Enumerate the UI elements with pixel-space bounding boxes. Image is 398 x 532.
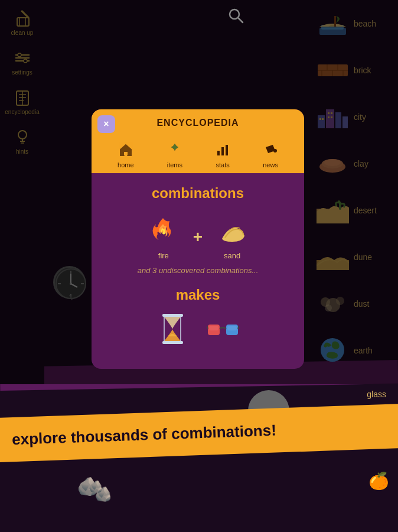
nav-home-label: home	[118, 161, 134, 168]
svg-line-73	[238, 326, 239, 329]
makes-sunglasses	[207, 313, 239, 345]
nav-news-label: news	[263, 161, 278, 168]
fire-label: fire	[158, 251, 169, 260]
news-icon	[263, 142, 278, 160]
modal-title: ENCYCLOPEDIA	[101, 118, 295, 134]
glass-label: glass	[367, 390, 386, 399]
fire-icon	[146, 213, 181, 249]
combo-sand: sand	[214, 213, 250, 260]
makes-row	[101, 313, 295, 345]
stats-icon	[216, 142, 230, 160]
modal-header: × ENCYCLOPEDIA home it	[92, 109, 304, 173]
search-button[interactable]	[227, 7, 245, 27]
sand-icon	[214, 213, 250, 249]
svg-point-65	[273, 149, 277, 153]
svg-rect-74	[209, 326, 218, 330]
home-icon	[119, 142, 133, 160]
modal-nav: home items	[101, 134, 295, 173]
svg-rect-62	[217, 151, 220, 155]
svg-rect-75	[227, 326, 237, 330]
nav-home[interactable]: home	[108, 139, 143, 173]
makes-hourglass	[156, 313, 189, 345]
sand-label: sand	[224, 251, 240, 260]
plus-sign: +	[193, 228, 203, 246]
undiscovered-text: and 3 undiscovered combinations...	[101, 266, 295, 275]
svg-rect-63	[221, 147, 224, 155]
modal-body: combinations fire +	[92, 173, 304, 357]
makes-title: makes	[101, 287, 295, 303]
banner-text: explore thousands of combinations!	[12, 421, 277, 449]
combinations-title: combinations	[101, 185, 295, 202]
rocks3-decoration: 🪨	[89, 479, 103, 494]
svg-rect-64	[226, 145, 228, 155]
svg-rect-67	[162, 341, 183, 344]
nav-items[interactable]: items	[158, 139, 192, 173]
nav-stats-label: stats	[216, 161, 230, 168]
svg-rect-66	[162, 314, 183, 317]
encyclopedia-modal: × ENCYCLOPEDIA home it	[92, 109, 304, 369]
nav-news[interactable]: news	[253, 139, 288, 173]
svg-line-72	[207, 326, 208, 329]
fruit-decoration: 🍊	[368, 471, 389, 491]
nav-items-label: items	[167, 161, 182, 168]
sunglasses-icon	[207, 313, 239, 345]
combo-fire: fire	[146, 213, 181, 260]
svg-rect-61	[124, 152, 128, 155]
nav-stats[interactable]: stats	[206, 139, 239, 173]
modal-close-button[interactable]: ×	[97, 115, 115, 133]
items-icon	[168, 142, 182, 160]
svg-line-19	[238, 18, 243, 22]
hourglass-icon	[156, 313, 189, 345]
combination-row: fire + sand	[101, 213, 295, 260]
